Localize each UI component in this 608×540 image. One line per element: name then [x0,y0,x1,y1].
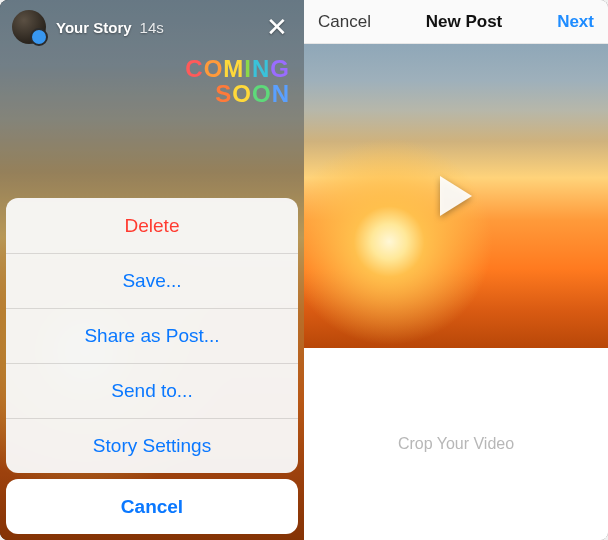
close-icon[interactable]: ✕ [262,10,292,44]
story-viewer-panel: Your Story 14s ✕ COMING SOON Delete Save… [0,0,304,540]
send-to-button[interactable]: Send to... [6,363,298,418]
new-post-panel: Cancel New Post Next Crop Your Video [304,0,608,540]
share-as-post-button[interactable]: Share as Post... [6,308,298,363]
coming-soon-line2: SOON [185,81,290,106]
cancel-button[interactable]: Cancel [6,479,298,534]
nav-title: New Post [426,12,503,32]
coming-soon-sticker: COMING SOON [185,56,290,106]
play-icon[interactable] [440,176,472,216]
nav-next-button[interactable]: Next [557,12,594,32]
story-settings-button[interactable]: Story Settings [6,418,298,473]
screenshot-stage: Your Story 14s ✕ COMING SOON Delete Save… [0,0,608,540]
crop-hint-text: Crop Your Video [398,435,514,453]
crop-area[interactable]: Crop Your Video [304,348,608,540]
video-preview[interactable] [304,44,608,348]
coming-soon-line1: COMING [185,56,290,81]
story-header: Your Story 14s ✕ [0,0,304,54]
story-title: Your Story [56,19,132,36]
action-sheet: Delete Save... Share as Post... Send to.… [6,198,298,534]
save-button[interactable]: Save... [6,253,298,308]
delete-button[interactable]: Delete [6,198,298,253]
story-timestamp: 14s [140,19,164,36]
nav-cancel-button[interactable]: Cancel [318,12,371,32]
nav-bar: Cancel New Post Next [304,0,608,44]
avatar[interactable] [12,10,46,44]
action-sheet-options: Delete Save... Share as Post... Send to.… [6,198,298,473]
